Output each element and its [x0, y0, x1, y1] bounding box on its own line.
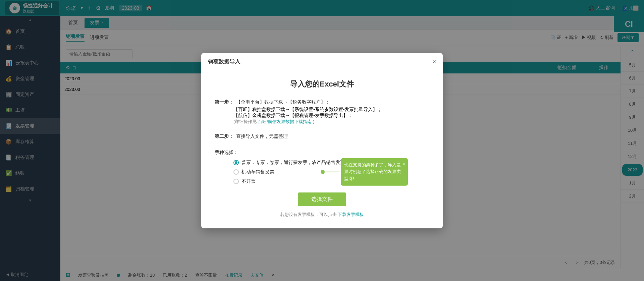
modal-close-button[interactable]: ×: [432, 58, 436, 65]
tooltip-text: 现在支持的票种多了，导入发票时别忘了选择正确的发票类型呀!: [344, 162, 401, 181]
import-modal: 销项数据导入 × 导入您的Excel文件 第一步： 【全电平台】数据下载→【税务…: [201, 53, 443, 228]
radio-option-vehicle[interactable]: 机动车销售发票 现在支持的票种多了，导入发票时别忘了选择正确的发票类型呀! ×: [233, 169, 429, 175]
step1-line1: 【全电平台】数据下载→【税务数字账户】；: [236, 99, 330, 105]
radio-label-no-invoice: 不开票: [241, 178, 256, 184]
radio-dot-general: [233, 160, 239, 165]
modal-main-title: 导入您的Excel文件: [215, 79, 429, 89]
footer-prefix: 若您没有发票模板，可以点击: [280, 212, 337, 217]
modal-header: 销项数据导入 ×: [201, 53, 443, 71]
step1-label: 第一步：: [215, 99, 233, 105]
step1-link-line: (详细操作见 百旺/航信发票数据下载指南 ): [215, 119, 429, 125]
tooltip-line: [326, 172, 339, 172]
download-template-link[interactable]: 下载发票模板: [338, 212, 364, 217]
step1-line2: 【百旺】税控盘数据下载→【系统设置-系统参数设置-发票批量导入】；: [215, 107, 429, 113]
step-2: 第二步： 直接导入文件，无需整理: [215, 131, 429, 141]
select-file-button[interactable]: 选择文件: [298, 192, 346, 206]
tooltip-dot: [321, 170, 325, 174]
radio-label-vehicle: 机动车销售发票: [241, 169, 274, 175]
step-1: 第一步： 【全电平台】数据下载→【税务数字账户】； 【百旺】税控盘数据下载→【系…: [215, 97, 429, 125]
step2-label: 第二步：: [215, 133, 233, 139]
step2-content: 直接导入文件，无需整理: [236, 133, 288, 139]
step1-line3: 【航信】金税盘数据下载→【报税管理-发票数据导出】；: [215, 113, 429, 119]
modal-title: 销项数据导入: [208, 58, 240, 65]
tooltip-bubble: 现在支持的票种多了，导入发票时别忘了选择正确的发票类型呀! ×: [341, 158, 408, 185]
radio-dot-vehicle: [233, 169, 239, 175]
modal-overlay: 销项数据导入 × 导入您的Excel文件 第一步： 【全电平台】数据下载→【税务…: [0, 0, 644, 281]
modal-footer: 若您没有发票模板，可以点击 下载发票模板: [215, 212, 429, 218]
ticket-label: 票种选择：: [215, 150, 238, 155]
ticket-select: 票种选择： 普票，专票，卷票，通行费发票，农产品销售发票 机动车销售发票: [215, 148, 429, 184]
tooltip-container: 现在支持的票种多了，导入发票时别忘了选择正确的发票类型呀! ×: [321, 158, 408, 185]
step1-download-link[interactable]: 百旺/航信发票数据下载指南: [258, 119, 312, 124]
radio-dot-no-invoice: [233, 179, 239, 184]
tooltip-close-button[interactable]: ×: [402, 160, 405, 167]
modal-body: 导入您的Excel文件 第一步： 【全电平台】数据下载→【税务数字账户】； 【百…: [201, 71, 443, 228]
